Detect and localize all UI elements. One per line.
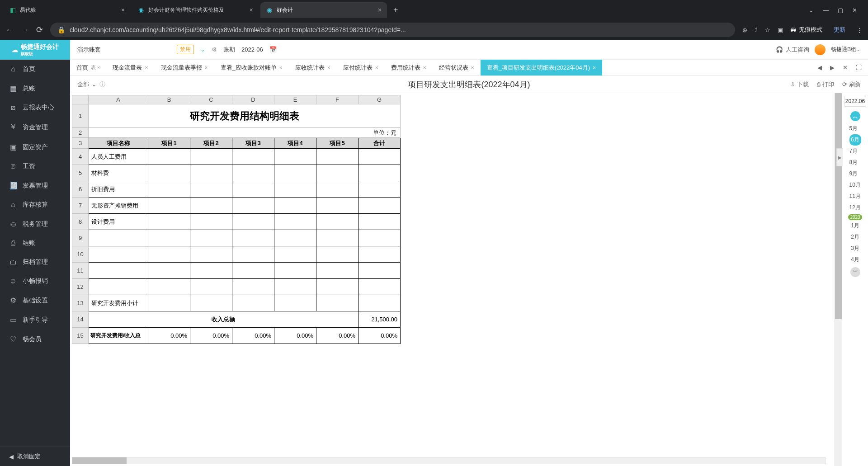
- col-header[interactable]: B: [148, 95, 190, 104]
- cell[interactable]: [316, 165, 359, 181]
- cell[interactable]: [148, 279, 190, 295]
- cell[interactable]: [232, 279, 274, 295]
- row-label[interactable]: [89, 263, 148, 279]
- cell[interactable]: [359, 230, 401, 246]
- new-tab-button[interactable]: +: [389, 5, 403, 15]
- cell[interactable]: [359, 165, 401, 181]
- calendar-icon[interactable]: 📅: [269, 46, 277, 53]
- rail-month[interactable]: 12月: [849, 202, 861, 213]
- rail-year[interactable]: 2022.06: [844, 96, 866, 107]
- filter-dropdown[interactable]: 全部 ⌄ ⓘ: [77, 80, 105, 89]
- tab-close-icon[interactable]: ×: [327, 65, 330, 71]
- row-header[interactable]: 4: [72, 149, 89, 165]
- row-header[interactable]: 12: [72, 279, 89, 295]
- refresh-button[interactable]: ⟳刷新: [842, 80, 861, 89]
- cell[interactable]: [232, 149, 274, 165]
- page-tab[interactable]: 应收统计表×: [289, 60, 337, 75]
- rail-month[interactable]: 4月: [851, 254, 859, 265]
- tab-close-icon[interactable]: ×: [593, 65, 596, 71]
- tab-close-icon[interactable]: ×: [279, 65, 283, 71]
- star-icon[interactable]: ☆: [765, 27, 770, 33]
- rail-down-icon[interactable]: ︾: [850, 267, 860, 277]
- forward-button[interactable]: →: [21, 25, 29, 35]
- rail-month[interactable]: 5月: [849, 123, 861, 134]
- sidebar-item[interactable]: ▭新手引导: [0, 310, 70, 329]
- row-header[interactable]: 2: [72, 128, 89, 138]
- cell[interactable]: [190, 149, 232, 165]
- cell[interactable]: [359, 279, 401, 295]
- cell[interactable]: [190, 165, 232, 181]
- row-header[interactable]: 7: [72, 198, 89, 214]
- cell[interactable]: [316, 149, 359, 165]
- row-header[interactable]: 14: [72, 311, 89, 328]
- row-header[interactable]: 15: [72, 328, 89, 344]
- cell[interactable]: [148, 165, 190, 181]
- reload-button[interactable]: ⟳: [36, 25, 43, 35]
- back-button[interactable]: ←: [5, 25, 14, 35]
- tab-close-icon[interactable]: ×: [250, 6, 253, 14]
- cell[interactable]: [359, 149, 401, 165]
- tab-close-icon[interactable]: ×: [145, 65, 148, 71]
- gear-icon[interactable]: ⚙: [212, 46, 217, 53]
- rail-up-icon[interactable]: ︽: [850, 111, 860, 121]
- update-button[interactable]: 更新: [830, 24, 849, 36]
- scrollbar-thumb[interactable]: [835, 93, 842, 319]
- share-icon[interactable]: ⤴: [755, 27, 758, 33]
- row-label[interactable]: 折旧费用: [89, 181, 148, 198]
- cell[interactable]: [316, 279, 359, 295]
- cell[interactable]: [359, 214, 401, 230]
- cell[interactable]: [190, 198, 232, 214]
- row-label[interactable]: [89, 246, 148, 263]
- cell[interactable]: [359, 198, 401, 214]
- extensions-icon[interactable]: ▣: [778, 27, 783, 33]
- cell[interactable]: [190, 246, 232, 263]
- rail-month[interactable]: 11月: [849, 191, 861, 202]
- cell[interactable]: [148, 181, 190, 198]
- tab-close-icon[interactable]: ×: [471, 65, 474, 71]
- row-label[interactable]: 设计费用: [89, 214, 148, 230]
- rail-month[interactable]: 7月: [849, 146, 861, 157]
- cell[interactable]: [316, 230, 359, 246]
- row-header[interactable]: 6: [72, 181, 89, 198]
- cell[interactable]: [190, 181, 232, 198]
- cell[interactable]: [274, 246, 316, 263]
- tab-close-icon[interactable]: ×: [423, 65, 426, 71]
- rail-month[interactable]: 1月: [851, 220, 859, 231]
- cell[interactable]: [232, 181, 274, 198]
- account-name[interactable]: 演示账套: [77, 46, 101, 54]
- sidebar-item[interactable]: 🧾发票管理: [0, 176, 70, 195]
- tabs-next-icon[interactable]: ▶: [828, 64, 836, 71]
- rail-month[interactable]: 10月: [849, 179, 861, 191]
- row-header[interactable]: 8: [72, 214, 89, 230]
- browser-tab-3[interactable]: ◉ 好会计 ×: [260, 2, 387, 18]
- menu-icon[interactable]: ⋮: [857, 27, 863, 33]
- col-header[interactable]: D: [232, 95, 274, 104]
- period-value[interactable]: 2022-06: [241, 46, 263, 53]
- row-header[interactable]: 9: [72, 230, 89, 246]
- cell[interactable]: [274, 279, 316, 295]
- cell[interactable]: [232, 230, 274, 246]
- cell[interactable]: [232, 246, 274, 263]
- sidebar-item[interactable]: ☺小畅报销: [0, 272, 70, 291]
- help-icon[interactable]: ⓘ: [99, 80, 105, 89]
- sidebar-item[interactable]: ▦总账: [0, 79, 70, 98]
- print-button[interactable]: ⎙打印: [817, 80, 834, 89]
- row-header[interactable]: 13: [72, 295, 89, 311]
- row-label[interactable]: 材料费: [89, 165, 148, 181]
- sidebar-item[interactable]: ⎚工资: [0, 157, 70, 176]
- disable-button[interactable]: 禁用: [177, 45, 194, 54]
- tab-close-icon[interactable]: ×: [205, 65, 208, 71]
- cell[interactable]: [190, 279, 232, 295]
- cell[interactable]: [148, 198, 190, 214]
- cell[interactable]: [316, 181, 359, 198]
- avatar[interactable]: [815, 44, 826, 55]
- select-all-corner[interactable]: [72, 95, 89, 104]
- row-header[interactable]: 10: [72, 246, 89, 263]
- page-tab[interactable]: 现金流量表季报×: [155, 60, 214, 75]
- row-header[interactable]: 5: [72, 165, 89, 181]
- sidebar-item[interactable]: ⌂首页: [0, 60, 70, 79]
- cell[interactable]: [148, 149, 190, 165]
- sidebar-item[interactable]: ⧄云报表中心: [0, 98, 70, 117]
- row-label[interactable]: 无形资产摊销费用: [89, 198, 148, 214]
- cell[interactable]: [316, 198, 359, 214]
